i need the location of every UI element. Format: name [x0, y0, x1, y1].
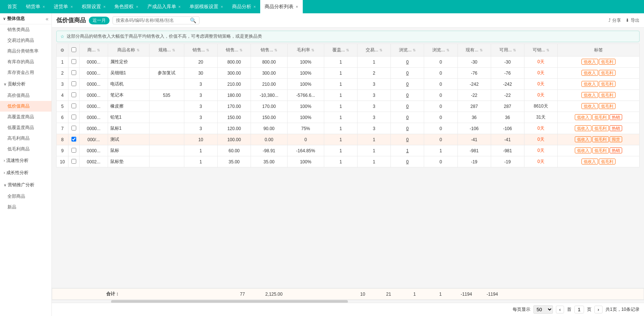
- first-page-button[interactable]: ‹: [556, 306, 564, 313]
- nav-sales-order[interactable]: 销货单 ×: [21, 0, 49, 13]
- close-icon[interactable]: ×: [136, 4, 138, 9]
- cell-available: -76: [491, 68, 524, 79]
- tag: 低收入: [575, 147, 591, 153]
- select-all-checkbox[interactable]: [71, 47, 76, 52]
- sidebar-group-contribution[interactable]: ∨贡献分析: [0, 78, 51, 90]
- cell-coverage: 1: [324, 90, 357, 101]
- nav-template-settings[interactable]: 单据模板设置 ×: [185, 0, 227, 13]
- sidebar-item-low-margin[interactable]: 低毛利商品: [0, 144, 51, 154]
- cell-checkbox[interactable]: [68, 79, 80, 90]
- sidebar-group-growth[interactable]: ›成长性分析: [0, 167, 51, 179]
- col-available[interactable]: 可用... ⇅: [491, 44, 524, 57]
- cell-gross-rate: 100%: [287, 156, 324, 167]
- col-sales-amt[interactable]: 销售... ⇅: [217, 44, 251, 57]
- cell-checkbox[interactable]: [68, 68, 80, 79]
- cell-gross-rate: -164.85%: [287, 145, 324, 156]
- page-size-select[interactable]: 50 10 20 100: [533, 305, 553, 314]
- cell-coverage: 1: [324, 156, 357, 167]
- sidebar-group-marketing[interactable]: ∨营销推广分析: [0, 179, 51, 191]
- cell-checkbox[interactable]: [68, 134, 80, 145]
- cell-saleable: 0天: [524, 68, 557, 79]
- current-page-button[interactable]: 1: [574, 306, 584, 313]
- next-page-button[interactable]: ›: [594, 306, 603, 313]
- nav-home[interactable]: 首页: [3, 0, 21, 13]
- nav-product-analysis[interactable]: 商品分析 ×: [228, 0, 260, 13]
- col-name[interactable]: 商品名称 ⇅: [108, 44, 149, 57]
- sidebar-item-low-value[interactable]: 低价值商品: [0, 101, 51, 112]
- sidebar-item-high-value[interactable]: 高价值商品: [0, 90, 51, 101]
- cell-spec: [149, 57, 184, 68]
- close-icon[interactable]: ×: [221, 4, 223, 9]
- nav-role-auth[interactable]: 角色授权 ×: [110, 0, 142, 13]
- sidebar-group-overall[interactable]: ∨整体信息: [3, 16, 46, 22]
- search-input[interactable]: [116, 18, 190, 23]
- col-tags[interactable]: 标签: [557, 44, 639, 57]
- col-coverage[interactable]: 覆盖... ⇅: [324, 44, 357, 57]
- filter-tag-month[interactable]: 近一月: [89, 17, 110, 24]
- sidebar-item-all-products[interactable]: 全部商品: [0, 191, 51, 202]
- sidebar-item-new-products[interactable]: 新品: [0, 202, 51, 213]
- cell-sales-qty: 3: [184, 90, 217, 101]
- cell-checkbox[interactable]: [68, 112, 80, 123]
- cell-coverage: 1: [324, 145, 357, 156]
- info-icon: ☆: [60, 34, 64, 39]
- table-row: 2 0000... 吴细细1 参加复试 30 300.00 300.00 100…: [57, 68, 640, 79]
- close-icon[interactable]: ×: [103, 4, 105, 9]
- cell-checkbox[interactable]: [68, 123, 80, 134]
- export-button[interactable]: ⬇ 导出: [625, 17, 640, 24]
- sidebar-item-category-rate[interactable]: 商品分类销售率: [0, 46, 51, 57]
- cell-saleable: 0天: [524, 123, 557, 134]
- col-gross-rate[interactable]: 毛利率 ⇅: [287, 44, 324, 57]
- cell-browse2: 0: [424, 90, 457, 101]
- sidebar-group-velocity[interactable]: ›流速性分析: [0, 154, 51, 167]
- col-sales-avg[interactable]: 销售... ⇅: [251, 44, 287, 57]
- sidebar-item-traded-products[interactable]: 交易过的商品: [0, 35, 51, 46]
- cell-sales-avg: -98.91: [251, 145, 287, 156]
- cell-current: -981: [457, 145, 491, 156]
- nav-purchase-order[interactable]: 进货单 ×: [49, 0, 77, 13]
- close-icon[interactable]: ×: [254, 4, 256, 9]
- sidebar-item-with-stock[interactable]: 有库存的商品: [0, 57, 51, 67]
- col-current[interactable]: 现有... ⇅: [457, 44, 491, 57]
- nav-product-storage[interactable]: 产成品入库单 ×: [143, 0, 185, 13]
- sidebar-item-high-coverage[interactable]: 高覆盖度商品: [0, 112, 51, 122]
- col-settings[interactable]: ⚙: [57, 44, 68, 57]
- share-button[interactable]: ⤴ 分享: [608, 17, 621, 24]
- cell-gross-rate: 100%: [287, 101, 324, 112]
- cell-browse2: 1: [424, 145, 457, 156]
- cell-checkbox[interactable]: [68, 101, 80, 112]
- nav-permission[interactable]: 权限设置 ×: [77, 0, 110, 13]
- cell-checkbox[interactable]: [68, 57, 80, 68]
- close-icon[interactable]: ×: [43, 4, 45, 9]
- col-browse2[interactable]: 浏览... ⇅: [424, 44, 457, 57]
- col-sales-qty[interactable]: 销售... ⇅: [184, 44, 217, 57]
- sidebar-collapse-button[interactable]: «: [46, 16, 48, 22]
- cell-sales-avg: -10,380...: [251, 90, 287, 101]
- cell-checkbox[interactable]: [68, 145, 80, 156]
- header-actions: ⤴ 分享 ⬇ 导出: [608, 17, 640, 24]
- col-trade[interactable]: 交易... ⇅: [358, 44, 391, 57]
- cell-trade: 3: [358, 101, 391, 112]
- sidebar-item-high-margin[interactable]: 高毛利商品: [0, 133, 51, 144]
- cell-available: -30: [491, 57, 524, 68]
- sidebar-item-sales-products[interactable]: 销售类商品: [0, 24, 51, 35]
- close-icon[interactable]: ×: [178, 4, 181, 9]
- close-icon[interactable]: ×: [296, 4, 298, 9]
- col-browse1[interactable]: 浏览... ⇅: [391, 44, 424, 57]
- cell-name: 鼠标1: [108, 123, 149, 134]
- cell-checkbox[interactable]: [68, 90, 80, 101]
- nav-product-analysis-list[interactable]: 商品分析列表 ×: [260, 0, 302, 13]
- table-container[interactable]: ⚙ 商... ⇅ 商品名称 ⇅ 规格... ⇅ 销售... ⇅ 销售... ⇅ …: [56, 44, 640, 288]
- close-icon[interactable]: ×: [70, 4, 73, 9]
- cell-current: -242: [457, 79, 491, 90]
- cell-checkbox[interactable]: [68, 156, 80, 167]
- summary-browse2: 1: [427, 292, 453, 297]
- search-icon[interactable]: 🔍: [190, 17, 196, 23]
- col-saleable[interactable]: 可销... ⇅: [524, 44, 557, 57]
- col-spec[interactable]: 规格... ⇅: [149, 44, 184, 57]
- table-header-row: ⚙ 商... ⇅ 商品名称 ⇅ 规格... ⇅ 销售... ⇅ 销售... ⇅ …: [57, 44, 640, 57]
- cell-name: 鼠标垫: [108, 156, 149, 167]
- col-code[interactable]: 商... ⇅: [80, 44, 108, 57]
- sidebar-item-stock-capital[interactable]: 库存资金占用: [0, 67, 51, 78]
- sidebar-item-low-coverage[interactable]: 低覆盖度商品: [0, 122, 51, 133]
